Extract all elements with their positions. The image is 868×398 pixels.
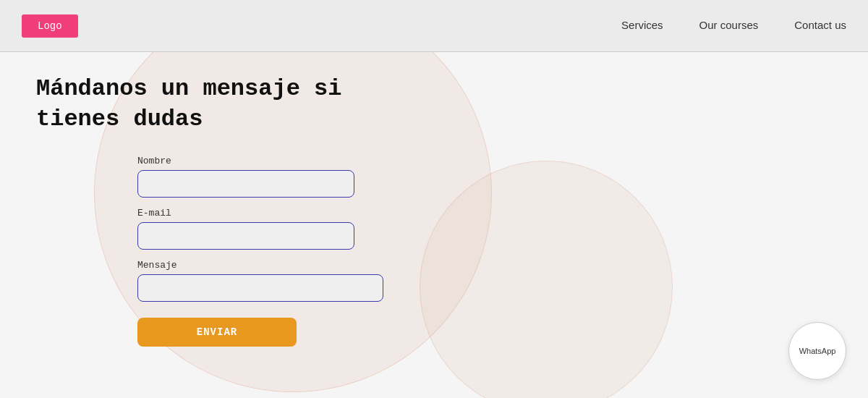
email-input[interactable] <box>137 222 354 250</box>
mensaje-label: Mensaje <box>137 260 412 271</box>
nombre-label: Nombre <box>137 156 412 166</box>
form-group-mensaje: Mensaje <box>137 260 412 302</box>
heading-line1: Mándanos un mensaje si <box>36 75 341 102</box>
heading-line2: tienes dudas <box>36 106 203 132</box>
nav-link-contact-us[interactable]: Contact us <box>794 19 846 31</box>
mensaje-input[interactable] <box>137 274 383 302</box>
nav-item-contact-us[interactable]: Contact us <box>794 19 846 33</box>
whatsapp-button[interactable]: WhatsApp <box>788 322 846 380</box>
nav-link-services[interactable]: Services <box>621 19 663 31</box>
nav-item-services[interactable]: Services <box>621 19 663 33</box>
whatsapp-label: WhatsApp <box>799 347 836 355</box>
form-group-nombre: Nombre <box>137 156 412 198</box>
navbar: Logo Services Our courses Contact us <box>0 0 868 52</box>
nav-link-our-courses[interactable]: Our courses <box>699 19 759 31</box>
form-group-email: E-mail <box>137 208 412 250</box>
nombre-input[interactable] <box>137 170 354 198</box>
decorative-circle-small <box>420 161 673 398</box>
nav-links: Services Our courses Contact us <box>621 19 846 33</box>
logo-button[interactable]: Logo <box>22 14 78 38</box>
page-heading: Mándanos un mensaje si tienes dudas <box>36 74 832 134</box>
submit-button[interactable]: ENVIAR <box>137 318 297 347</box>
contact-form: Nombre E-mail Mensaje ENVIAR <box>137 156 412 347</box>
nav-item-our-courses[interactable]: Our courses <box>699 19 759 33</box>
email-label: E-mail <box>137 208 412 219</box>
main-content: Mándanos un mensaje si tienes dudas Nomb… <box>0 52 868 398</box>
